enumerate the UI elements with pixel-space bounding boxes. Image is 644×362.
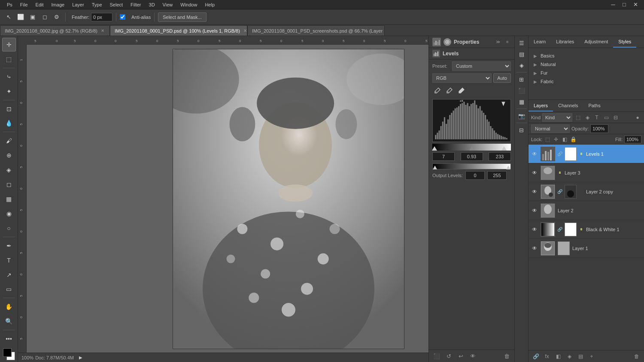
eyedrop-white[interactable]: [456, 85, 467, 96]
fill-input[interactable]: [624, 136, 641, 143]
layer-layer1[interactable]: 👁 Layer 1: [529, 239, 644, 258]
rect-select-tool[interactable]: ⬜: [15, 12, 26, 22]
stamp-tool[interactable]: ◈: [2, 163, 16, 177]
feather-tool[interactable]: ◻: [39, 12, 50, 22]
white-input-slider[interactable]: [501, 146, 507, 151]
black-level-input[interactable]: [432, 152, 455, 161]
window-close[interactable]: ✕: [630, 0, 641, 10]
clip-adjustment-icon[interactable]: ⬛: [432, 352, 441, 360]
output-gradient[interactable]: [432, 163, 511, 169]
layer-layer2[interactable]: 👁 Layer 2: [529, 201, 644, 220]
tab-adjustment[interactable]: Adjustment: [579, 36, 613, 48]
heal-tool[interactable]: ⊕: [2, 148, 16, 162]
opacity-input[interactable]: [590, 124, 608, 133]
filter-toggle[interactable]: ●: [634, 114, 641, 121]
adjustments-toggle[interactable]: ◈: [516, 60, 527, 70]
menu-window[interactable]: Window: [177, 1, 200, 8]
properties-expand[interactable]: ≫: [495, 39, 501, 45]
layers-toggle[interactable]: ▤: [516, 49, 527, 59]
layer-layer1-visibility[interactable]: 👁: [531, 245, 538, 252]
select-mask-button[interactable]: Select and Mask...: [158, 12, 207, 22]
properties-toggle[interactable]: ☰: [516, 38, 527, 48]
black-input-slider[interactable]: [432, 146, 437, 151]
delete-icon[interactable]: 🗑: [502, 352, 511, 360]
library-toggle[interactable]: ⊟: [516, 125, 527, 135]
gradient-tool[interactable]: ▦: [2, 192, 16, 206]
output-left-slider[interactable]: [433, 166, 437, 169]
shape-tool[interactable]: ▭: [2, 283, 16, 296]
auto-button[interactable]: Auto: [493, 73, 511, 83]
canvas-content[interactable]: [27, 45, 428, 353]
tab-1-close[interactable]: ✕: [100, 28, 105, 33]
select-tool[interactable]: ⬚: [2, 52, 16, 66]
camera-raw-toggle[interactable]: 📷: [516, 111, 527, 121]
move-tool[interactable]: ✛: [2, 38, 16, 51]
output-right-slider[interactable]: [506, 166, 510, 169]
filter-smart-icon[interactable]: ⊟: [612, 114, 620, 121]
layers-tab-channels[interactable]: Channels: [553, 100, 583, 112]
window-minimize[interactable]: ─: [608, 0, 618, 10]
layer-bw1-visibility[interactable]: 👁: [531, 226, 538, 233]
menu-layer[interactable]: Layer: [69, 1, 88, 8]
lasso-tool[interactable]: ⤷: [2, 70, 16, 84]
dodge-tool[interactable]: ○: [2, 221, 16, 235]
window-maximize[interactable]: □: [619, 0, 629, 10]
menu-ps[interactable]: Ps: [3, 1, 16, 8]
menu-select[interactable]: Select: [106, 1, 127, 8]
layer-effects-btn[interactable]: fx: [542, 352, 552, 361]
layer-levels1[interactable]: 👁 🔗 8 Levels 1: [529, 145, 644, 163]
output-black-input[interactable]: [465, 171, 485, 180]
zoom-tool[interactable]: 🔍: [2, 314, 16, 328]
channel-select[interactable]: RGB Red Green Blue: [432, 73, 492, 83]
preset-select[interactable]: Custom: [452, 61, 511, 71]
filter-shape-icon[interactable]: ▭: [602, 114, 610, 121]
reset-icon[interactable]: ↩: [456, 352, 465, 360]
eraser-tool[interactable]: ◻: [2, 178, 16, 191]
lock-artboard-icon[interactable]: ◧: [561, 136, 568, 143]
canvas-image[interactable]: [173, 49, 404, 349]
eyedrop-black[interactable]: [432, 85, 443, 96]
filter-adjust-icon[interactable]: ◈: [583, 114, 591, 121]
new-group-btn[interactable]: ▤: [576, 352, 585, 361]
prev-state-icon[interactable]: ↺: [444, 352, 453, 360]
lock-position-icon[interactable]: ✛: [553, 136, 559, 143]
tab-libraries[interactable]: Libraries: [551, 36, 579, 48]
style-fabric[interactable]: ▶ Fabric: [532, 77, 641, 86]
white-level-input[interactable]: [489, 152, 511, 161]
layer-layer3[interactable]: 👁 8 Layer 3: [529, 163, 644, 182]
style-fur[interactable]: ▶ Fur: [532, 69, 641, 77]
path-tool[interactable]: ↗: [2, 268, 16, 282]
visibility-icon[interactable]: 👁: [468, 352, 477, 360]
layer-layer2-visibility[interactable]: 👁: [531, 207, 538, 214]
tab-learn[interactable]: Learn: [529, 36, 551, 48]
menu-file[interactable]: File: [17, 1, 31, 8]
anti-alias-checkbox[interactable]: [120, 14, 125, 20]
color-swatches[interactable]: [3, 348, 15, 360]
text-tool[interactable]: T: [2, 253, 16, 267]
menu-image[interactable]: Image: [48, 1, 68, 8]
blur-tool[interactable]: ◉: [2, 207, 16, 220]
tab-2[interactable]: IMG_20201108_0001_PSD.psd @ 100% (Levels…: [110, 25, 247, 36]
options-btn[interactable]: ⚙: [52, 12, 62, 22]
menu-filter[interactable]: Filter: [127, 1, 144, 8]
feather-input[interactable]: [91, 13, 112, 21]
crop-tool[interactable]: ⊡: [2, 102, 16, 116]
tab-styles[interactable]: Styles: [613, 36, 636, 48]
layer-layer2copy-visibility[interactable]: 👁: [531, 188, 538, 195]
move-tool-btn[interactable]: ↖: [3, 12, 14, 22]
history-toggle[interactable]: ⊞: [516, 74, 527, 84]
layer-layer3-visibility[interactable]: 👁: [531, 169, 538, 176]
status-arrow[interactable]: ▶: [76, 353, 86, 362]
extra-tools[interactable]: •••: [2, 332, 16, 346]
add-mask-btn[interactable]: ◧: [553, 352, 563, 361]
rect2-tool[interactable]: ▣: [27, 12, 38, 22]
tab-1[interactable]: IMG_20201108_0002.jpg @ 52.7% (RGB/8) ✕: [0, 25, 110, 36]
menu-edit[interactable]: Edit: [32, 1, 47, 8]
layers-tab-layers[interactable]: Layers: [529, 100, 553, 112]
swatches-toggle[interactable]: ▦: [516, 97, 527, 107]
lock-pixels-icon[interactable]: ⬚: [544, 136, 551, 143]
mid-level-input[interactable]: [461, 152, 483, 161]
style-natural[interactable]: ▶ Natural: [532, 60, 641, 69]
color-toggle[interactable]: ⬛: [516, 85, 527, 96]
menu-3d[interactable]: 3D: [146, 1, 158, 8]
